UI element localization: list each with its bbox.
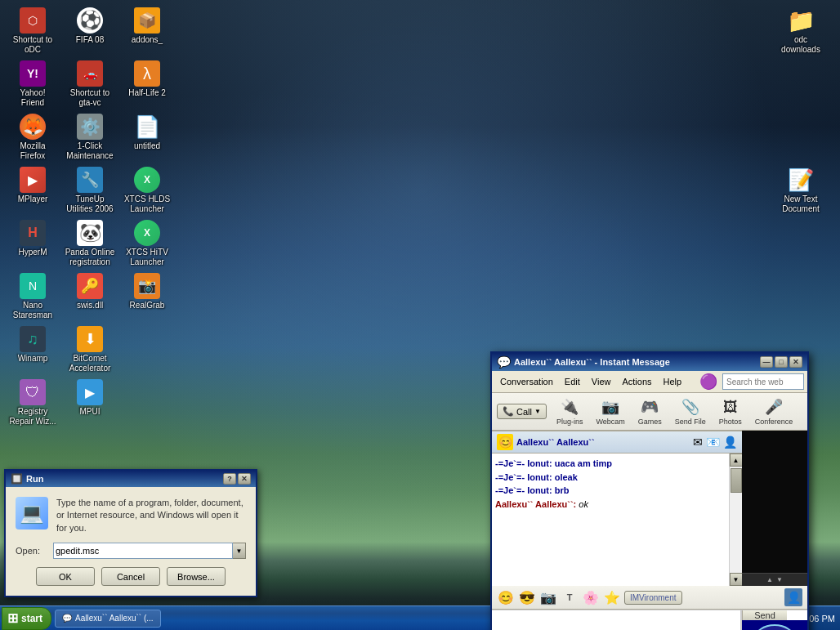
emoji-camera[interactable]: 📷: [539, 588, 557, 606]
desktop-icon-yahoo[interactable]: Y! Yahoo! Friend: [4, 57, 61, 111]
chat-line-1: -=Je`=- Ionut: uaca am timp: [495, 457, 726, 471]
emoji-toolbar: 😊 😎 📷 T 🌸 ⭐ IMVironment 👤: [492, 586, 807, 610]
yahoo-titlebar: 💬 Aallexu`` Aallexu`` - Instant Message …: [492, 353, 807, 371]
desktop-icon-swisdll[interactable]: 🔑 swis.dll: [61, 270, 118, 314]
webcam-scroll-down[interactable]: ▼: [776, 576, 783, 583]
emoji-abc[interactable]: T: [561, 588, 579, 606]
run-header: 💻 Type the name of a program, folder, do…: [16, 497, 246, 534]
run-title: Run: [26, 474, 43, 484]
yahoo-user-bar: 😊 Aallexu`` Aallexu`` ✉ 📧 👤: [492, 431, 742, 454]
webcam-area: ▲ ▼: [742, 431, 807, 586]
start-button[interactable]: ⊞ start: [2, 607, 51, 630]
run-help-btn[interactable]: ?: [223, 473, 236, 485]
emoji-smiley[interactable]: 😊: [497, 588, 515, 606]
user-avatar: 😊: [497, 434, 513, 450]
menu-edit[interactable]: Edit: [560, 375, 585, 388]
desktop-icon-fifa[interactable]: ⚽ FIFA 08: [61, 4, 118, 48]
menu-help[interactable]: Help: [659, 375, 687, 388]
menu-view[interactable]: View: [587, 375, 616, 388]
desktop-icon-bitcomet[interactable]: ⬇ BitComet Accelerator: [61, 323, 118, 377]
desktop-icon-mplayer[interactable]: ▶ MPlayer: [4, 163, 61, 208]
plugins-label: Plug-ins: [556, 418, 583, 426]
toolbar-plugins[interactable]: 🔌 Plug-ins: [553, 395, 587, 427]
run-icon-small: 🔲: [11, 473, 23, 485]
run-cancel-button[interactable]: Cancel: [101, 567, 160, 586]
intel-badge: intel inside IDIOT OUTSIDE: [742, 620, 807, 630]
yahoo-messenger-window: 💬 Aallexu`` Aallexu`` - Instant Message …: [490, 351, 809, 630]
run-ok-button[interactable]: OK: [36, 567, 95, 586]
yahoo-search-input[interactable]: [722, 373, 804, 390]
yahoo-logo-icon: 💬: [497, 355, 511, 369]
yahoo-close-btn[interactable]: ✕: [789, 356, 802, 368]
desktop-icon-1click[interactable]: ⚙️ 1-Click Maintenance: [61, 110, 118, 164]
chat-messages: -=Je`=- Ionut: uaca am timp -=Je`=- Ionu…: [492, 454, 729, 586]
run-close-btn[interactable]: ✕: [238, 473, 251, 485]
desktop-icon-hl2[interactable]: λ Half-Life 2: [118, 57, 176, 101]
run-dropdown-arrow[interactable]: ▼: [233, 543, 246, 559]
toolbar-conference[interactable]: 🎤 Conference: [752, 395, 797, 427]
run-input-wrap: ▼: [53, 543, 246, 559]
send-file-label: Send File: [675, 418, 706, 426]
scroll-down-arrow[interactable]: ▼: [730, 573, 743, 586]
run-command-input[interactable]: [53, 543, 233, 559]
desktop-icon-xtcstv[interactable]: X XTCS HiTV Launcher: [118, 217, 176, 270]
run-body: 💻 Type the name of a program, folder, do…: [6, 487, 256, 596]
scroll-up-arrow[interactable]: ▲: [730, 454, 743, 467]
run-description: Type the name of a program, folder, docu…: [56, 497, 246, 534]
user-status-icons: ✉ 📧 👤: [693, 436, 737, 449]
yahoo-menu-bar: Conversation Edit View Actions Help 🟣: [492, 371, 807, 393]
message-input[interactable]: [492, 610, 741, 630]
desktop-icon-firefox[interactable]: 🦊 Mozilla Firefox: [4, 110, 61, 164]
webcam-icon: 📷: [601, 397, 620, 417]
conference-icon: 🎤: [764, 397, 784, 417]
desktop-icon-tuneup[interactable]: 🔧 TuneUp Utilities 2006: [61, 163, 118, 217]
yahoo-icon-small: 🟣: [699, 373, 717, 391]
scroll-thumb[interactable]: [731, 468, 742, 493]
webcam-scroll-up[interactable]: ▲: [766, 576, 773, 583]
desktop-icon-panda[interactable]: 🐼 Panda Online registration: [61, 217, 118, 270]
call-button[interactable]: 📞 Call ▼: [497, 404, 547, 419]
desktop-icon-winamp[interactable]: ♫ Winamp: [4, 323, 61, 367]
yahoo-maximize-btn[interactable]: □: [775, 356, 788, 368]
conference-label: Conference: [755, 418, 793, 426]
run-titlebar: 🔲 Run ? ✕: [6, 471, 256, 487]
webcam-video: [742, 431, 807, 573]
desktop-icon-addons[interactable]: 📦 addons_: [118, 4, 176, 48]
send-file-icon: 📎: [681, 397, 700, 417]
desktop-icon-mpui[interactable]: ▶ MPUI: [61, 376, 118, 420]
emoji-star[interactable]: ⭐: [603, 588, 621, 606]
menu-actions[interactable]: Actions: [617, 375, 656, 388]
imvironment-button[interactable]: IMVironment: [624, 591, 682, 605]
desktop-icon-odc[interactable]: ⬡ Shortcut to oDC: [4, 4, 61, 58]
taskbar-yahoo-label: Aallexu`` Aallexu`` (...: [75, 614, 154, 623]
run-open-label: Open:: [16, 546, 48, 556]
yahoo-toolbar: 📞 Call ▼ 🔌 Plug-ins 📷 Webcam 🎮 Games 📎 S…: [492, 393, 807, 431]
desktop-icon-new-text[interactable]: 📝 New Text Document: [772, 163, 829, 217]
add-contact-icon[interactable]: 👤: [784, 588, 802, 606]
desktop-icon-odc-downloads[interactable]: 📁 odc downloads: [772, 4, 829, 58]
run-browse-button[interactable]: Browse...: [167, 567, 226, 586]
chat-username: Aallexu`` Aallexu``: [516, 437, 595, 447]
windows-logo-icon: ⊞: [7, 610, 18, 626]
call-dropdown-icon: ▼: [534, 408, 541, 415]
toolbar-photos[interactable]: 🖼 Photos: [716, 395, 745, 427]
desktop-icon-xtcs[interactable]: X XTCS HLDS Launcher: [118, 163, 176, 217]
emoji-flower[interactable]: 🌸: [582, 588, 600, 606]
desktop-icon-gta[interactable]: 🚗 Shortcut to gta-vc: [61, 57, 118, 111]
desktop-icon-registry[interactable]: 🛡 Registry Repair Wiz...: [4, 376, 61, 430]
emoji-sunglasses[interactable]: 😎: [518, 588, 536, 606]
desktop-icon-untitled[interactable]: 📄 untitled: [118, 110, 176, 154]
toolbar-webcam[interactable]: 📷 Webcam: [592, 395, 628, 427]
toolbar-send-file[interactable]: 📎 Send File: [672, 395, 709, 427]
menu-conversation[interactable]: Conversation: [495, 375, 558, 388]
taskbar-yahoo-item[interactable]: 💬 Aallexu`` Aallexu`` (...: [55, 610, 161, 628]
desktop-icon-hyperm[interactable]: H HyperM: [4, 217, 61, 261]
yahoo-window-title: Aallexu`` Aallexu`` - Instant Message: [514, 357, 670, 367]
send-button[interactable]: Send: [742, 610, 787, 620]
yahoo-minimize-btn[interactable]: —: [760, 356, 773, 368]
games-label: Games: [638, 418, 662, 426]
run-open-row: Open: ▼: [16, 543, 246, 559]
desktop-icon-realgrab[interactable]: 📸 RealGrab: [118, 270, 176, 314]
toolbar-games[interactable]: 🎮 Games: [635, 395, 665, 427]
desktop-icon-nano[interactable]: N Nano Staresman: [4, 270, 61, 324]
